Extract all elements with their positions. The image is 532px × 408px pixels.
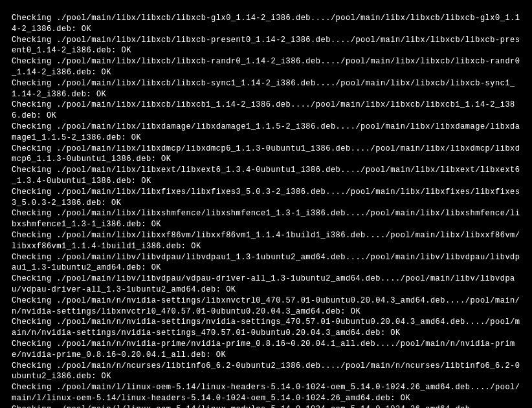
terminal-line: Checking ./pool/main/l/linux-oem-5.14/li… [12, 382, 520, 404]
terminal-line: Checking ./pool/main/libv/libvdpau/libvd… [12, 252, 520, 274]
terminal-line: Checking ./pool/main/n/nvidia-settings/l… [12, 295, 520, 317]
terminal-line: Checking ./pool/main/libx/libxshmfence/l… [12, 208, 520, 230]
terminal-line: Checking ./pool/main/libx/libxfixes/libx… [12, 187, 520, 209]
terminal-line: Checking ./pool/main/libx/libxcb/libxcb-… [12, 13, 520, 35]
terminal-line: Checking ./pool/main/libx/libxxf86vm/lib… [12, 230, 520, 252]
terminal-line: Checking ./pool/main/libx/libxcb/libxcb1… [12, 100, 520, 122]
terminal-line: Checking ./pool/main/libx/libxdmcp/libxd… [12, 144, 520, 166]
terminal-line: Checking ./pool/main/libx/libxext/libxex… [12, 165, 520, 187]
terminal-line: Checking ./pool/main/n/nvidia-settings/n… [12, 317, 520, 339]
terminal-line: Checking ./pool/main/n/nvidia-prime/nvid… [12, 339, 520, 361]
terminal-line: Checking ./pool/main/libx/libxcb/libxcb-… [12, 56, 520, 78]
terminal-line: Checking ./pool/main/libx/libxcb/libxcb-… [12, 35, 520, 57]
terminal-line: Checking ./pool/main/libx/libxdamage/lib… [12, 122, 520, 144]
terminal-output: Checking ./pool/main/libx/libxcb/libxcb-… [12, 13, 520, 408]
terminal-line: Checking ./pool/main/l/linux-oem-5.14/li… [12, 404, 520, 408]
terminal-line: Checking ./pool/main/libx/libxcb/libxcb-… [12, 78, 520, 100]
terminal-line: Checking ./pool/main/n/ncurses/libtinfo6… [12, 361, 520, 383]
terminal-line: Checking ./pool/main/libv/libvdpau/vdpau… [12, 274, 520, 295]
